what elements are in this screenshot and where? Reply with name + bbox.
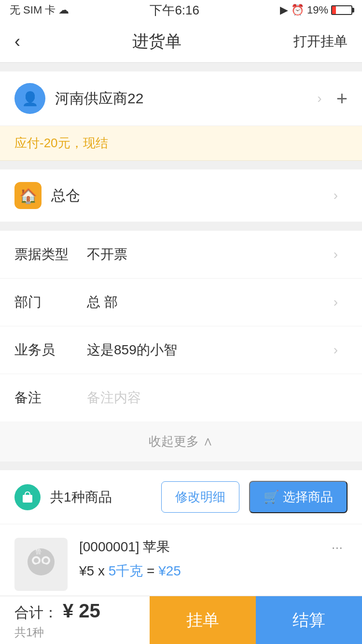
status-left: 无 SIM 卡 ☁ (10, 3, 69, 17)
hang-button[interactable]: 挂单 (150, 596, 256, 644)
invoice-value: 不开票 (87, 245, 334, 264)
supplier-avatar: 👤 (14, 83, 45, 114)
battery-text: 19% (307, 4, 328, 16)
product-name: [0000001] 苹果 (79, 538, 315, 556)
total-main: 合计： ¥ 25 (14, 600, 135, 623)
status-time: 下午6:16 (150, 2, 199, 19)
hang-label: 挂单 (186, 609, 219, 631)
product-code: [0000001] (79, 539, 139, 554)
warehouse-name: 总仓 (51, 186, 334, 206)
edit-detail-button[interactable]: 修改明细 (161, 481, 239, 513)
form-section: 票据类型 不开票 › 部门 总 部 › 业务员 这是859的小智 › 备注 备注… (0, 230, 362, 421)
location-icon: ▶ (280, 4, 288, 16)
gap-4 (0, 462, 362, 470)
invoice-label: 票据类型 (14, 245, 87, 264)
warehouse-icon: 🏠 (14, 182, 42, 209)
sales-label: 业务员 (14, 341, 87, 359)
invoice-row[interactable]: 票据类型 不开票 › (0, 230, 362, 278)
supplier-chevron-icon: › (317, 91, 321, 106)
status-right: ▶ ⏰ 19% (280, 4, 352, 16)
product-item: 鲁 [0000001] 苹果 ¥5 x 5千克 = ¥25 ··· (0, 524, 362, 604)
footer-total: 合计： ¥ 25 共1种 (0, 600, 150, 640)
nav-bar: ‹ 进货单 打开挂单 (0, 20, 362, 63)
collapse-row[interactable]: 收起更多 ∧ (0, 421, 362, 462)
svg-text:鲁: 鲁 (35, 547, 42, 555)
product-count-icon (14, 484, 41, 510)
supplier-notice: 应付-20元，现结 (0, 126, 362, 161)
remark-label: 备注 (14, 389, 87, 407)
warehouse-chevron-icon: › (334, 188, 338, 203)
battery-icon (331, 5, 352, 15)
sales-chevron-icon: › (334, 342, 338, 358)
gap-2 (0, 161, 362, 169)
remark-placeholder[interactable]: 备注内容 (87, 389, 348, 407)
dept-value: 总 部 (87, 293, 334, 311)
select-product-button[interactable]: 🛒 选择商品 (249, 481, 348, 513)
open-hang-button[interactable]: 打开挂单 (293, 32, 348, 51)
total-amount: ¥ 25 (63, 600, 100, 622)
settle-button[interactable]: 结算 (256, 596, 362, 644)
dept-chevron-icon: › (334, 294, 338, 310)
status-bar: 无 SIM 卡 ☁ 下午6:16 ▶ ⏰ 19% (0, 0, 362, 20)
page-title: 进货单 (132, 30, 181, 53)
total-label: 合计： (14, 603, 58, 623)
multiply-sign: x (98, 563, 109, 578)
supplier-section: 👤 河南供应商22 › + 应付-20元，现结 (0, 71, 362, 161)
equals-sign: = (147, 563, 158, 578)
product-thumbnail: 鲁 (14, 538, 68, 591)
sales-row[interactable]: 业务员 这是859的小智 › (0, 326, 362, 374)
warehouse-section: 🏠 总仓 › (0, 169, 362, 222)
dept-row[interactable]: 部门 总 部 › (0, 278, 362, 326)
svg-rect-0 (23, 495, 32, 503)
product-info: [0000001] 苹果 ¥5 x 5千克 = ¥25 (79, 538, 315, 580)
svg-point-6 (32, 563, 50, 575)
alarm-icon: ⏰ (291, 4, 304, 16)
product-price: ¥5 x 5千克 = ¥25 (79, 562, 315, 580)
select-product-label: 选择商品 (283, 489, 333, 505)
settle-label: 结算 (292, 609, 325, 631)
signal-text: 无 SIM 卡 ☁ (10, 3, 69, 17)
product-title: 苹果 (143, 539, 170, 554)
supplier-row[interactable]: 👤 河南供应商22 › + (0, 71, 362, 126)
invoice-chevron-icon: › (334, 247, 338, 262)
total-price: ¥25 (158, 563, 181, 578)
bag-icon (20, 490, 35, 504)
collapse-label: 收起更多 ∧ (149, 433, 213, 450)
products-header: 共1种商品 修改明细 🛒 选择商品 (0, 470, 362, 524)
warehouse-row[interactable]: 🏠 总仓 › (0, 169, 362, 222)
supplier-name: 河南供应商22 (55, 89, 317, 109)
quantity: 5千克 (109, 563, 143, 578)
more-button[interactable]: ··· (327, 538, 348, 557)
svg-point-5 (43, 558, 48, 563)
footer: 合计： ¥ 25 共1种 挂单 结算 (0, 596, 362, 644)
home-icon: 🏠 (19, 187, 37, 204)
product-count-label: 共1种商品 (50, 488, 152, 506)
svg-point-4 (34, 558, 39, 563)
total-sub: 共1种 (14, 625, 135, 640)
add-button[interactable]: + (336, 88, 348, 110)
cart-icon: 🛒 (264, 490, 279, 504)
avatar-icon: 👤 (22, 91, 39, 107)
gap-3 (0, 222, 362, 230)
owl-logo: 鲁 (22, 545, 60, 584)
unit-price: ¥5 (79, 563, 94, 578)
dept-label: 部门 (14, 293, 87, 311)
gap-1 (0, 63, 362, 71)
remark-row[interactable]: 备注 备注内容 (0, 374, 362, 421)
sales-value: 这是859的小智 (87, 341, 334, 359)
back-button[interactable]: ‹ (14, 31, 20, 52)
